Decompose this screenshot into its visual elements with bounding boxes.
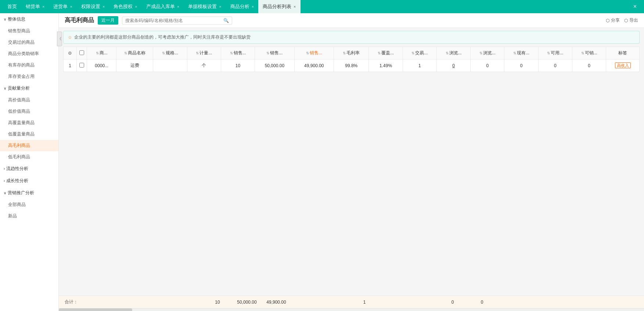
sidebar-item-low-coverage[interactable]: 低覆盖量商品	[0, 129, 58, 140]
cell-saleable: 0	[572, 59, 606, 72]
cell-sales3: 49,900.00	[294, 59, 334, 72]
cell-checkbox[interactable]	[77, 59, 87, 72]
sidebar-section-growth[interactable]: › 成长性分析	[0, 175, 58, 187]
cell-index: 1	[64, 59, 77, 72]
close-product-instock[interactable]: ×	[177, 4, 179, 9]
nav-purchase-order[interactable]: 进货单 ×	[49, 0, 76, 13]
top-nav: 首页 销货单 × 进货单 × 权限设置 × 角色授权 × 产成品入库单 × 单据…	[0, 0, 644, 13]
cell-browse1[interactable]: 0	[436, 59, 470, 72]
col-tag[interactable]: 标签	[606, 47, 640, 59]
nav-template[interactable]: 单据模板设置 ×	[184, 0, 226, 13]
footer-label: 合计：	[65, 299, 78, 305]
col-sales1[interactable]: ⇅销售...	[221, 47, 255, 59]
sidebar-item-new-goods[interactable]: 新品	[0, 210, 58, 222]
window-close-button[interactable]: ×	[629, 3, 641, 10]
nav-sales-order[interactable]: 销货单 ×	[21, 0, 49, 13]
col-gross-rate[interactable]: ⇅毛利率	[334, 47, 369, 59]
horizontal-scrollbar[interactable]	[59, 308, 644, 311]
sidebar-item-high-coverage[interactable]: 高覆盖量商品	[0, 117, 58, 129]
sidebar-collapse-button[interactable]: 《	[57, 32, 62, 46]
col-coverage[interactable]: ⇅覆盖...	[369, 47, 403, 59]
share-icon: ⬡	[606, 18, 609, 23]
nav-product-analysis[interactable]: 商品分析 ×	[226, 0, 258, 13]
nav-home[interactable]: 首页	[3, 0, 21, 13]
close-role-auth[interactable]: ×	[135, 4, 137, 9]
nav-product-instock[interactable]: 产成品入库单 ×	[142, 0, 184, 13]
cell-name: 运费	[116, 59, 153, 72]
col-code[interactable]: ⇅商...	[87, 47, 116, 59]
main-layout: ∨ 整体信息 销售型商品 交易过的商品 商品分类助销率 有库存的商品 库存资金占…	[0, 13, 644, 311]
nav-role-auth[interactable]: 角色授权 ×	[109, 0, 141, 13]
col-available[interactable]: ⇅可用...	[538, 47, 572, 59]
close-permission[interactable]: ×	[102, 4, 105, 9]
cell-current: 0	[504, 59, 538, 72]
sidebar-item-low-margin[interactable]: 低毛利商品	[0, 151, 58, 163]
cell-spec	[153, 59, 187, 72]
arrow-overall: ∨	[4, 17, 6, 21]
col-name[interactable]: ⇅商品名称	[116, 47, 153, 59]
info-banner: ☆ 企业的主要的利润都是这部分商品创造的，可考虑加大推广，同时关注库存是不要出现…	[63, 31, 640, 44]
col-sales2[interactable]: ⇅销售...	[255, 47, 294, 59]
period-button[interactable]: 近一月	[98, 16, 118, 25]
content-area: 高毛利商品 近一月 🔍 ⬡ 分享 ⬡ 导出 ☆ 企业的主要的利润都是这部分商品创…	[59, 13, 644, 311]
sidebar-item-sales-goods[interactable]: 销售型商品	[0, 25, 58, 37]
footer-cell-available: 0	[467, 300, 497, 305]
footer-cell-sales1: 10	[203, 300, 232, 305]
footer-cell-sales2: 50,000.00	[232, 300, 262, 305]
footer-cell-trade: 1	[350, 300, 379, 305]
nav-product-analysis-list[interactable]: 商品分析列表 ×	[258, 0, 300, 13]
cell-available: 0	[538, 59, 572, 72]
sidebar-item-high-margin[interactable]: 高毛利商品	[0, 140, 58, 151]
col-trade[interactable]: ⇅交易...	[403, 47, 436, 59]
table-row: 1 0000... 运费 个 10 50,000.00 49,900.00 99…	[64, 59, 640, 72]
nav-permission[interactable]: 权限设置 ×	[77, 0, 109, 13]
table-container[interactable]: ⚙ ⇅商... ⇅商品名称 ⇅规格... ⇅计量... ⇅销售... ⇅销售..…	[63, 47, 640, 296]
close-sales-order[interactable]: ×	[42, 4, 44, 9]
row-checkbox[interactable]	[79, 63, 84, 68]
cell-trade: 1	[403, 59, 436, 72]
sidebar-item-category-sales-rate[interactable]: 商品分类助销率	[0, 48, 58, 59]
col-saleable[interactable]: ⇅可销...	[572, 47, 606, 59]
settings-icon[interactable]: ⚙	[68, 51, 72, 56]
close-purchase-order[interactable]: ×	[70, 4, 72, 9]
col-spec[interactable]: ⇅规格...	[153, 47, 187, 59]
search-input[interactable]	[125, 18, 223, 23]
close-product-analysis-list[interactable]: ×	[294, 4, 296, 9]
footer-bar: 合计： 10 50,000.00 49,900.00 1 0 0	[59, 296, 644, 308]
col-settings[interactable]: ⚙	[64, 47, 77, 59]
sidebar-section-overall[interactable]: ∨ 整体信息	[0, 13, 58, 25]
search-icon[interactable]: 🔍	[223, 18, 229, 23]
cell-sales2: 50,000.00	[255, 59, 294, 72]
sidebar-item-stock-capital[interactable]: 库存资金占用	[0, 71, 58, 82]
sidebar-item-all-goods[interactable]: 全部商品	[0, 199, 58, 210]
col-browse1[interactable]: ⇅浏览...	[436, 47, 470, 59]
sidebar-section-trend[interactable]: › 流趋性分析	[0, 163, 58, 175]
select-all-checkbox[interactable]	[79, 50, 84, 55]
share-button[interactable]: ⬡ 分享	[606, 17, 620, 23]
cell-browse2: 0	[471, 59, 504, 72]
tag-high-income: 高收入	[615, 62, 631, 68]
cell-tag: 高收入	[606, 59, 640, 72]
col-unit[interactable]: ⇅计量...	[187, 47, 221, 59]
sidebar: ∨ 整体信息 销售型商品 交易过的商品 商品分类助销率 有库存的商品 库存资金占…	[0, 13, 59, 311]
product-table: ⚙ ⇅商... ⇅商品名称 ⇅规格... ⇅计量... ⇅销售... ⇅销售..…	[63, 47, 640, 72]
arrow-trend: ›	[4, 167, 5, 171]
sidebar-item-high-value[interactable]: 高价值商品	[0, 94, 58, 106]
sidebar-item-in-stock-goods[interactable]: 有库存的商品	[0, 59, 58, 71]
export-button[interactable]: ⬡ 导出	[624, 17, 638, 23]
sidebar-item-traded-goods[interactable]: 交易过的商品	[0, 37, 58, 48]
col-current[interactable]: ⇅现有...	[504, 47, 538, 59]
col-browse2[interactable]: ⇅浏览...	[471, 47, 504, 59]
cell-sales1: 10	[221, 59, 255, 72]
cell-code: 0000...	[87, 59, 116, 72]
sidebar-section-contribution[interactable]: ∨ 贡献量分析	[0, 82, 58, 94]
sidebar-item-low-value[interactable]: 低价值商品	[0, 106, 58, 117]
sidebar-section-marketing[interactable]: ∨ 营销推广分析	[0, 187, 58, 199]
cell-gross-rate: 99.8%	[334, 59, 369, 72]
scrollbar-thumb[interactable]	[59, 308, 132, 311]
close-template[interactable]: ×	[219, 4, 221, 9]
col-sales3[interactable]: ⇅销售...	[294, 47, 334, 59]
cell-unit: 个	[187, 59, 221, 72]
close-product-analysis[interactable]: ×	[252, 4, 254, 9]
col-checkbox[interactable]	[77, 47, 87, 59]
